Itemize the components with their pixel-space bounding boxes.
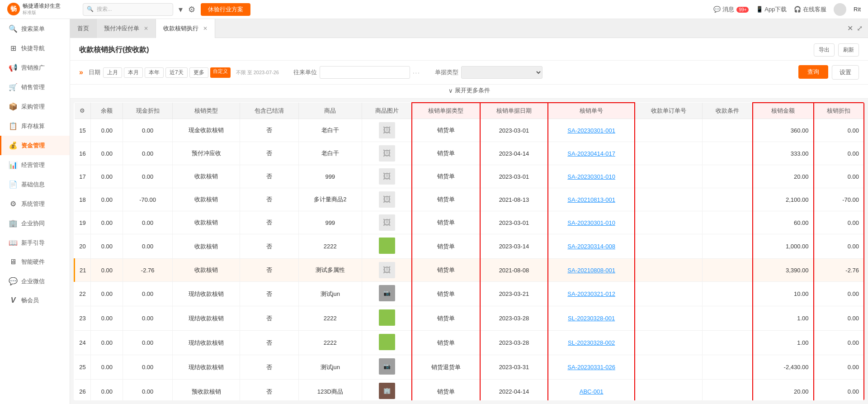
sidebar-item-operations[interactable]: 📊 经营管理 [0,155,70,175]
sidebar-item-quick-nav[interactable]: ⊞ 快捷导航 [0,38,70,58]
td-cancel-bill-no[interactable]: SA-20230301-001 [548,119,635,142]
td-receipt-order-no [635,211,703,234]
maximize-icon[interactable]: ⤢ [857,24,863,33]
tab-home[interactable]: 首页 [70,19,97,38]
from-unit-input[interactable] [320,66,410,79]
sidebar-item-enterprise[interactable]: 🏢 企业协同 [0,214,70,233]
cancel-bill-no-link[interactable]: ABC-001 [580,388,604,395]
td-receipt-condition [703,306,753,331]
cancel-bill-no-link[interactable]: SA-20230301-001 [567,127,615,134]
marketing-icon: 📢 [9,63,18,72]
date-btn-more[interactable]: 更多 [189,67,208,78]
sidebar-item-search[interactable]: 🔍 搜索菜单 [0,19,70,38]
th-cancel-bill-no: 核销单号 [548,103,635,119]
filter-settings-btn[interactable]: 设置 [832,65,859,80]
sidebar-item-label: 畅会员 [21,296,39,304]
td-cancel-bill-no[interactable]: SA-20230301-010 [548,211,635,234]
cancel-bill-no-link[interactable]: SL-20230328-001 [568,315,615,322]
date-btn-this-year[interactable]: 本年 [145,67,164,78]
query-btn[interactable]: 查询 [798,65,828,79]
expand-more-btn[interactable]: ∨ 展开更多条件 [448,86,490,95]
tab-prepay-close[interactable]: ✕ [144,25,148,32]
th-settings[interactable]: ⚙ [75,103,91,119]
chevron-down-icon[interactable]: ▾ [179,5,183,14]
cancel-bill-no-link[interactable]: SA-20230331-026 [567,364,615,371]
td-cancel-bill-no[interactable]: SA-20230314-008 [548,234,635,259]
online-service-btn[interactable]: 🎧 在线客服 [794,5,826,14]
product-img-green [379,238,395,254]
td-cancel-type: 现结收款核销 [173,282,240,306]
td-no: 18 [75,188,91,211]
td-cancel-bill-no[interactable]: SA-20210813-001 [548,188,635,211]
td-cancel-bill-type: 销货单 [412,282,480,306]
td-balance: 0.00 [91,234,123,259]
sidebar-item-finance[interactable]: 💰 资金管理 [0,136,70,155]
td-include-settled: 否 [240,259,298,282]
td-balance: 0.00 [91,142,123,165]
username: Rit [854,6,861,13]
td-cancel-bill-no[interactable]: SA-20230331-026 [548,355,635,380]
custom-date-tag[interactable]: 自定义 [210,67,231,78]
sidebar-item-system[interactable]: ⚙ 系统管理 [0,194,70,214]
cancel-bill-no-link[interactable]: SA-20230314-008 [567,243,615,250]
cancel-bill-no-link[interactable]: SA-20210813-001 [567,196,615,203]
close-window-icon[interactable]: ✕ [847,24,853,33]
sidebar-item-purchase[interactable]: 📦 采购管理 [0,97,70,116]
svg-text:📷: 📷 [383,289,391,297]
td-cancel-bill-no[interactable]: SA-20230301-010 [548,165,635,188]
sidebar-item-guide[interactable]: 📖 新手引导 [0,233,70,252]
td-product-img: 🏢 [362,380,412,401]
sidebar-item-member[interactable]: V 畅会员 [0,291,70,310]
td-include-settled: 否 [240,282,298,306]
tab-receipt-cancel-close[interactable]: ✕ [203,25,208,32]
td-cancel-bill-no[interactable]: SA-20230414-017 [548,142,635,165]
td-cancel-bill-date: 2023-03-28 [480,331,548,355]
date-btn-7days[interactable]: 近7天 [165,67,188,78]
td-cancel-bill-no[interactable]: SA-20210808-001 [548,259,635,282]
receipt-type-select[interactable] [461,66,542,79]
tab-prepay[interactable]: 预付冲应付单 ✕ [97,19,156,38]
cancel-bill-no-link[interactable]: SA-20210808-001 [567,267,615,274]
cancel-bill-no-link[interactable]: SA-20230321-012 [567,290,615,297]
td-cancel-bill-no[interactable]: ABC-001 [548,380,635,401]
td-no: 22 [75,282,91,306]
td-cancel-bill-no[interactable]: SL-20230328-001 [548,306,635,331]
sidebar-item-inventory[interactable]: 📋 库存核算 [0,116,70,136]
messages-btn[interactable]: 💬 消息 99+ [713,5,749,14]
sidebar-item-sales[interactable]: 🛒 销售管理 [0,77,70,97]
tab-receipt-cancel[interactable]: 收款核销执行 ✕ [156,19,215,38]
td-product-img: 📷 [362,355,412,380]
avatar[interactable] [834,3,846,16]
cancel-bill-no-link[interactable]: SA-20230301-010 [567,219,615,226]
app-download-btn[interactable]: 📱 App下载 [756,5,787,14]
td-cancel-amount: 2,100.00 [753,188,814,211]
td-product-img: 📷 [362,282,412,306]
cancel-bill-no-link[interactable]: SA-20230301-010 [567,173,615,180]
industry-btn[interactable]: 休验行业方案 [201,3,250,16]
date-btn-last-month[interactable]: 上月 [103,67,122,78]
refresh-btn[interactable]: 刷新 [838,43,859,57]
sidebar-item-marketing[interactable]: 📢 营销推广 [0,58,70,77]
table-wrapper[interactable]: ⚙ 余额 现金折扣 核销类型 包含已结清 商品 商品图片 核销单据类型 核销单据… [74,102,864,400]
expand-toggle-icon[interactable]: » [79,68,83,76]
sidebar-item-wechat[interactable]: 💬 企业微信 [0,271,70,291]
export-btn[interactable]: 导出 [814,43,835,57]
td-cancel-bill-type: 销货单 [412,142,480,165]
cancel-bill-no-link[interactable]: SL-20230328-002 [568,339,615,346]
date-no-limit: 不限 至 2023-07-26 [236,69,279,76]
td-cancel-bill-no[interactable]: SL-20230328-002 [548,331,635,355]
td-no: 19 [75,211,91,234]
td-no: 17 [75,165,91,188]
settings-gear-icon[interactable]: ⚙ [188,5,195,14]
sidebar-item-hardware[interactable]: 🖥 智能硬件 [0,252,70,271]
date-btn-this-month[interactable]: 本月 [124,67,143,78]
cancel-bill-no-link[interactable]: SA-20230414-017 [567,150,615,157]
td-cancel-bill-no[interactable]: SA-20230321-012 [548,282,635,306]
table-row: 150.000.00现金收款核销否老白干🖼销货单2023-03-01SA-202… [75,119,864,142]
sidebar: 🔍 搜索菜单 ⊞ 快捷导航 📢 营销推广 🛒 销售管理 📦 采购管理 📋 库存核… [0,19,70,404]
td-cancel-bill-date: 2021-08-08 [480,259,548,282]
from-unit-more-icon[interactable]: ··· [413,69,420,76]
date-label: 日期 [89,68,100,76]
search-bar[interactable]: 🔍 搜索... [83,3,173,16]
sidebar-item-basic-info[interactable]: 📄 基础信息 [0,175,70,194]
